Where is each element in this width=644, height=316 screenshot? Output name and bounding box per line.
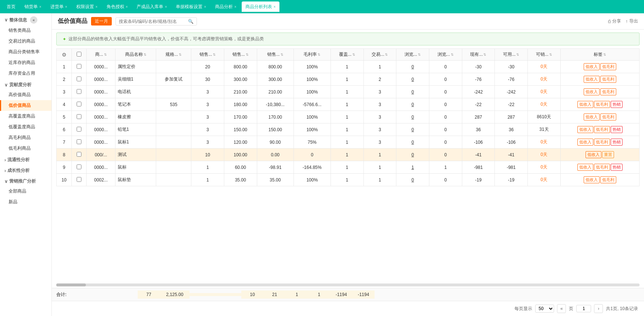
cell-checkbox[interactable] [72,98,87,111]
sidebar-collapse-btn[interactable]: « [30,16,37,24]
nav-permission[interactable]: 权限设置 × [73,1,101,12]
nav-role[interactable]: 角色授权 × [103,1,132,12]
pv1-link[interactable]: 0 [412,152,414,157]
col-settings[interactable]: ⚙ [57,49,72,61]
row-checkbox-0[interactable] [77,64,81,69]
pv1-link[interactable]: 0 [412,64,414,69]
search-box[interactable]: 🔍 [115,17,197,26]
nav-home[interactable]: 首页 [3,1,19,12]
sidebar-item-low-value[interactable]: 低价值商品 [0,100,51,111]
pv1-link[interactable]: 0 [412,127,414,132]
cell-qty: 10 [191,149,224,161]
cell-checkbox[interactable] [72,123,87,136]
nav-production-label: 产成品入库单 [137,4,163,10]
cell-checkbox[interactable] [72,73,87,86]
tag-低毛利: 低毛利 [594,126,610,133]
nav-production[interactable]: 产成品入库单 × [133,1,171,12]
first-page-btn[interactable]: « [557,304,566,313]
per-page-select[interactable]: 50 100 200 [535,305,554,313]
row-checkbox-2[interactable] [77,89,81,94]
page-number-input[interactable] [576,305,591,312]
gear-icon[interactable]: ⚙ [62,52,67,58]
cell-pv1[interactable]: 0 [396,136,429,149]
nav-purchase-order[interactable]: 进货单 × [47,1,71,12]
nav-sales-order[interactable]: 销货单 × [21,1,45,12]
cell-pv1[interactable]: 0 [396,73,429,86]
sidebar-item-high-value[interactable]: 高价值商品 [0,89,51,100]
select-all-checkbox[interactable] [77,52,81,57]
nav-template-close[interactable]: × [204,5,206,9]
pv1-link[interactable]: 0 [412,177,414,183]
nav-permission-close[interactable]: × [95,5,98,9]
search-icon[interactable]: 🔍 [188,19,194,24]
cell-pv1[interactable]: 0 [396,61,429,73]
sidebar-item-new-goods[interactable]: 新品 [0,197,51,207]
cell-code: 0000... [87,86,115,98]
pv1-link[interactable]: 0 [412,140,414,145]
pv1-link[interactable]: 0 [412,77,414,82]
cell-checkbox[interactable] [72,174,87,186]
cell-pv1[interactable]: 0 [396,86,429,98]
cell-pv1[interactable]: 1 [396,161,429,174]
share-btn[interactable]: ⎙ 分享 [608,18,621,24]
sidebar-item-sales-goods[interactable]: 销售类商品 [0,25,51,36]
row-checkbox-7[interactable] [77,152,81,157]
nav-analysis-list[interactable]: 商品分析列表 × [242,1,279,12]
row-checkbox-8[interactable] [77,164,81,169]
row-checkbox-5[interactable] [77,127,81,132]
nav-analysis-close[interactable]: × [234,5,237,9]
row-checkbox-4[interactable] [77,114,81,119]
cell-avail: -106 [495,136,528,149]
pv1-link[interactable]: 0 [412,102,414,107]
next-page-btn[interactable]: › [594,304,603,313]
search-input[interactable] [119,19,187,24]
cell-checkbox[interactable] [72,61,87,73]
sidebar-item-near-stock[interactable]: 近库存的商品 [0,57,51,68]
cell-checkbox[interactable] [72,149,87,161]
sidebar-item-low-coverage[interactable]: 低覆盖度商品 [0,122,51,132]
nav-analysis[interactable]: 商品分析 × [211,1,240,12]
sidebar-section-marketing[interactable]: ∨ 营销推广分析 [0,175,51,186]
cell-checkbox[interactable] [72,161,87,174]
cell-pv1[interactable]: 0 [396,111,429,123]
sidebar-section-overall[interactable]: ∨ 整体信息 « [0,13,51,25]
row-checkbox-9[interactable] [77,177,81,182]
pv1-link[interactable]: 1 [412,165,414,170]
nav-sales-close[interactable]: × [39,5,41,9]
row-checkbox-6[interactable] [77,139,81,144]
pv1-link[interactable]: 0 [412,115,414,120]
col-pv2: 浏览...⇅ [429,49,462,61]
cell-checkbox[interactable] [72,136,87,149]
pv1-link[interactable]: 0 [412,89,414,95]
cell-pv1[interactable]: 0 [396,174,429,186]
sidebar-item-low-profit[interactable]: 低毛利商品 [0,143,51,154]
sidebar-section-flow[interactable]: › 流通性分析 [0,154,51,164]
sidebar-item-stock-capital[interactable]: 库存资金占用 [0,68,51,79]
filter-recent-month-btn[interactable]: 近一月 [91,17,112,26]
row-checkbox-1[interactable] [77,77,81,81]
row-checkbox-3[interactable] [77,102,81,106]
sidebar-item-all-goods[interactable]: 全部商品 [0,186,51,197]
sidebar-item-high-profit[interactable]: 高毛利商品 [0,132,51,143]
cell-checkbox[interactable] [72,111,87,123]
cell-pv1[interactable]: 0 [396,149,429,161]
nav-production-close[interactable]: × [165,5,167,9]
cell-checkbox[interactable] [72,86,87,98]
nav-analysis-list-close[interactable]: × [274,5,276,9]
scrollbar-thumb[interactable] [56,283,86,286]
sidebar-section-contribution[interactable]: ∨ 贡献度分析 [0,79,51,89]
sidebar-item-traded-goods[interactable]: 交易过的商品 [0,36,51,47]
total-gross [219,293,241,296]
cell-pv2: 0 [429,111,462,123]
sidebar-item-high-coverage[interactable]: 高覆盖度商品 [0,111,51,122]
cell-pv1[interactable]: 0 [396,123,429,136]
sidebar-section-growth[interactable]: › 成长性分析 [0,164,51,175]
cell-pv1[interactable]: 0 [396,98,429,111]
nav-role-close[interactable]: × [126,5,128,9]
nav-purchase-close[interactable]: × [65,5,67,9]
total-pages-info: 共1页, 10条记录 [606,306,638,312]
nav-template[interactable]: 单据模板设置 × [172,1,210,12]
export-btn[interactable]: ↑ 导出 [625,18,638,24]
sidebar-item-category-sales[interactable]: 商品分类销售率 [0,47,51,57]
horizontal-scrollbar[interactable] [56,283,640,286]
